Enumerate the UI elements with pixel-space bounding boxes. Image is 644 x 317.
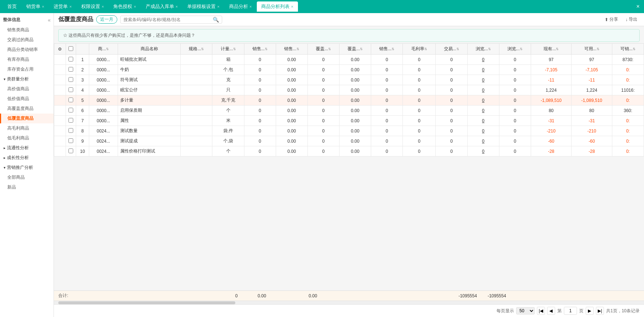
sidebar-item-has-stock[interactable]: 有库存商品: [0, 55, 54, 64]
row-browse1[interactable]: 0: [467, 136, 499, 146]
col-header-sales-qty[interactable]: 销售...⇅: [244, 44, 276, 55]
row-check[interactable]: [66, 146, 76, 156]
col-header-spec[interactable]: 规格...⇅: [181, 44, 212, 55]
sidebar-group-category-analysis[interactable]: ▾ 类群量分析: [0, 74, 54, 84]
search-icon[interactable]: 🔍: [213, 17, 219, 23]
row-checkbox[interactable]: [68, 98, 73, 102]
row-checkbox[interactable]: [68, 77, 73, 82]
first-page-btn[interactable]: |◀: [537, 307, 545, 315]
col-header-browse2[interactable]: 浏览...⇅: [499, 44, 531, 55]
table-row: 10 0024... 属性价格打印测试 个 0 0.00 0 0.00 0 0 …: [54, 146, 644, 156]
nav-close-template[interactable]: ×: [217, 4, 219, 9]
sidebar-item-high-value[interactable]: 高价值商品: [0, 84, 54, 94]
prev-page-btn[interactable]: ◀: [547, 307, 555, 315]
sidebar-item-all-goods[interactable]: 全部商品: [0, 173, 54, 182]
row-checkbox[interactable]: [68, 57, 73, 62]
col-header-browse1[interactable]: 浏览...⇅: [467, 44, 499, 55]
row-checkbox[interactable]: [68, 87, 73, 92]
window-close-button[interactable]: ×: [635, 3, 641, 10]
sidebar-item-low-coverage[interactable]: 低覆盖度商品: [0, 114, 54, 123]
row-browse1[interactable]: 0: [467, 126, 499, 136]
row-browse1[interactable]: 0: [467, 95, 499, 106]
nav-tab-template[interactable]: 单据模板设置 ×: [183, 1, 224, 12]
col-header-trade[interactable]: 交易...⇅: [436, 44, 467, 55]
row-browse1[interactable]: 0: [467, 146, 499, 156]
search-input[interactable]: [123, 17, 211, 22]
sidebar-item-stock-capital[interactable]: 库存资金占用: [0, 64, 54, 74]
row-browse1[interactable]: 0: [467, 106, 499, 116]
row-check[interactable]: [66, 55, 76, 65]
sidebar-item-low-value[interactable]: 低价值商品: [0, 94, 54, 104]
row-check[interactable]: [66, 65, 76, 75]
col-header-sales-amt[interactable]: 销售...⇅: [276, 44, 307, 55]
sidebar-item-high-margin[interactable]: 高毛利商品: [0, 123, 54, 133]
sidebar-item-low-margin[interactable]: 低毛利商品: [0, 133, 54, 143]
col-header-cover2[interactable]: 覆盖...⇅: [339, 44, 371, 55]
row-browse1[interactable]: 0: [467, 85, 499, 95]
col-header-unit[interactable]: 计量...⇅: [212, 44, 244, 55]
share-button[interactable]: ⬆ 分享: [602, 16, 620, 23]
row-checkbox[interactable]: [68, 67, 73, 72]
col-header-sales2[interactable]: 销售...⇅: [371, 44, 403, 55]
row-check[interactable]: [66, 106, 76, 116]
nav-tab-sales[interactable]: 销货单 ×: [22, 1, 48, 12]
next-page-btn[interactable]: ▶: [586, 307, 594, 315]
col-header-sellable[interactable]: 可销...⇅: [612, 44, 644, 55]
sidebar-group-marketing-analysis[interactable]: ▾ 营销推广分析: [0, 163, 54, 173]
nav-close-production[interactable]: ×: [176, 4, 178, 9]
sidebar-collapse-btn[interactable]: «: [48, 17, 51, 23]
row-check[interactable]: [66, 116, 76, 126]
col-header-name[interactable]: 商品名称: [118, 44, 181, 55]
page-size-select[interactable]: 20 50 100: [516, 307, 535, 314]
row-browse1[interactable]: 0: [467, 116, 499, 126]
row-check[interactable]: [66, 75, 76, 85]
col-header-code[interactable]: 商...⇅: [89, 44, 118, 55]
sidebar-item-high-coverage[interactable]: 高覆盖度商品: [0, 104, 54, 114]
nav-tab-purchase[interactable]: 进货单 ×: [49, 1, 76, 12]
nav-tab-analysis[interactable]: 商品分析 ×: [225, 1, 256, 12]
row-check[interactable]: [66, 95, 76, 106]
nav-tab-roles[interactable]: 角色授权 ×: [109, 1, 140, 12]
row-check[interactable]: [66, 136, 76, 146]
col-header-gross-rate[interactable]: 毛利率⇅: [403, 44, 436, 55]
nav-tab-permissions[interactable]: 权限设置 ×: [77, 1, 108, 12]
sidebar-item-traded[interactable]: 交易过的商品: [0, 35, 54, 45]
row-checkbox[interactable]: [68, 128, 73, 133]
export-button[interactable]: ↓ 导出: [623, 16, 640, 23]
col-header-avail[interactable]: 可用...⇅: [572, 44, 612, 55]
sidebar-item-category-rate[interactable]: 商品分类动销率: [0, 45, 54, 55]
col-header-current[interactable]: 现有...⇅: [531, 44, 571, 55]
row-check[interactable]: [66, 85, 76, 95]
horizontal-scrollbar[interactable]: [58, 301, 235, 304]
col-header-check[interactable]: [66, 44, 76, 55]
sidebar-group-flow-analysis[interactable]: ▸ 流通性分析: [0, 143, 54, 153]
current-page-input[interactable]: [564, 307, 577, 315]
sidebar-group-growth-analysis[interactable]: ▸ 成长性分析: [0, 153, 54, 163]
row-checkbox[interactable]: [68, 138, 73, 143]
footer-current: -1095554: [453, 293, 482, 298]
sidebar-item-new-goods[interactable]: 新品: [0, 182, 54, 192]
row-checkbox[interactable]: [68, 148, 73, 153]
nav-tab-production[interactable]: 产成品入库单 ×: [141, 1, 182, 12]
row-browse1[interactable]: 0: [467, 75, 499, 85]
col-header-settings[interactable]: ⚙: [54, 44, 66, 55]
row-checkbox[interactable]: [68, 108, 73, 112]
nav-close-permissions[interactable]: ×: [102, 4, 104, 9]
last-page-btn[interactable]: ▶|: [596, 307, 604, 315]
row-browse1[interactable]: 0: [467, 55, 499, 65]
col-header-cover1[interactable]: 覆盖...⇅: [307, 44, 339, 55]
sidebar-item-sales-goods[interactable]: 销售类商品: [0, 25, 54, 35]
nav-close-purchase[interactable]: ×: [69, 4, 71, 9]
row-check[interactable]: [66, 126, 76, 136]
nav-tab-home[interactable]: 首页: [3, 1, 21, 12]
nav-tab-analysis-list[interactable]: 商品分析列表 ×: [257, 1, 298, 12]
period-button[interactable]: 近一月: [96, 15, 117, 24]
nav-close-sales[interactable]: ×: [42, 4, 44, 9]
nav-close-analysis-list[interactable]: ×: [291, 4, 293, 9]
row-checkbox[interactable]: [68, 118, 73, 123]
nav-close-roles[interactable]: ×: [134, 4, 136, 9]
select-all-checkbox[interactable]: [68, 46, 73, 51]
nav-close-analysis[interactable]: ×: [250, 4, 252, 9]
table-wrapper[interactable]: ⚙ 商...⇅ 商品名称 规格...⇅ 计量...⇅ 销售...⇅ 销售...⇅…: [54, 43, 644, 290]
row-browse1[interactable]: 0: [467, 65, 499, 75]
